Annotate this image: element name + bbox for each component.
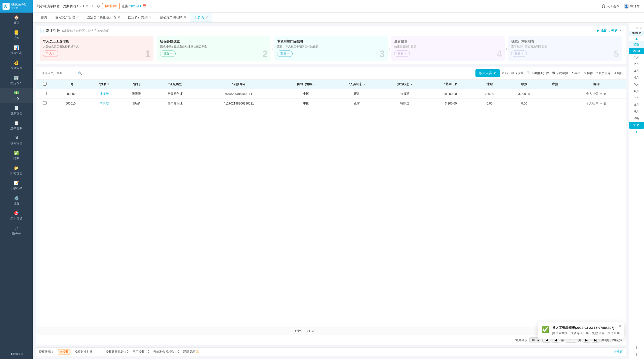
sidebar-item-ledger[interactable]: 📒 总账 [0, 28, 33, 43]
month-4[interactable]: 4月 [629, 74, 644, 81]
expense-icon: 📝 [14, 181, 19, 185]
version-switch-btn[interactable]: 切到旧版 [102, 3, 120, 9]
period-display: 账期 2023-11 📅 [122, 4, 146, 9]
sidebar-item-settings[interactable]: ⚙️ 设置 [0, 193, 33, 208]
month-10[interactable]: 10月 [629, 115, 644, 122]
sidebar-item-guide[interactable]: 🎯 新手引导 [0, 208, 33, 223]
month-12[interactable]: 12月 [629, 41, 644, 48]
toolbar-actions: ⚙ 统一社保设置 📄 专项附加扣除 🏛 个税申报 ↗ [502, 71, 623, 75]
guide-step-5: 税款计算明细表 查看税款计算过程及明细数据 查看＞ 5 [508, 36, 622, 61]
sidebar-item-tax[interactable]: 🏛 税务管理 [0, 133, 33, 148]
row-checkbox-1[interactable] [43, 92, 47, 95]
panel-close-btn[interactable]: ✕ [635, 26, 638, 30]
panel-icon-1[interactable]: ⬆ [635, 345, 638, 350]
row-1-edit-btn[interactable]: ✏ [600, 92, 602, 96]
row-1-delete-btn[interactable]: 🗑 [604, 92, 607, 96]
guide-step-1-btn[interactable]: 导入＞ [43, 50, 58, 57]
close-guide-btn[interactable]: ✕ [619, 29, 622, 33]
row-1-checkbox[interactable] [36, 89, 54, 99]
year-down-btn[interactable]: ▼ [629, 129, 644, 134]
member-icon: ⬡ [15, 226, 18, 231]
row-2-status: 正常 [333, 99, 382, 108]
tab-close-detail[interactable]: ✕ [184, 16, 186, 19]
cancel-fixed-btn[interactable]: ◀取消固定 [2, 351, 31, 357]
month-7[interactable]: 7月 [629, 95, 644, 101]
row-2-delete-btn[interactable]: 🗑 [604, 102, 607, 105]
month-8[interactable]: 8月 [629, 101, 644, 108]
tax-report-btn[interactable]: 🏛 个税申报 [552, 71, 568, 75]
dropdown-icon[interactable]: ▼ [85, 4, 89, 8]
tab-fixed-assets[interactable]: 固定资产管理 ✕ [51, 13, 83, 22]
panel-year: 2023.11 [629, 31, 644, 36]
toast-title: 导入工资表模板(2023-03-23 15:07:59.897) [552, 326, 620, 330]
sidebar-item-expense[interactable]: 📝 小畅报销 [0, 178, 33, 193]
sidebar-item-sales[interactable]: 📋 进销台账 [0, 118, 33, 133]
tab-home[interactable]: 首页 [37, 13, 51, 22]
tab-close-fixed-assets[interactable]: ✕ [76, 16, 79, 19]
sidebar-item-funds[interactable]: 💰 资金管理 [0, 58, 33, 73]
tab-close-salary[interactable]: ✕ [206, 16, 208, 19]
search-wrapper: 🔍 [39, 70, 84, 76]
sidebar-item-reports[interactable]: 📊 报表中心 [0, 43, 33, 58]
closing-icon: ✅ [14, 150, 19, 155]
header-checkbox[interactable] [36, 80, 54, 89]
panel-expand-btn[interactable]: ⤢ [639, 26, 642, 30]
settings-btn[interactable]: ⚙ [97, 4, 100, 9]
guide-step-2: 社保参数设置 完成社保参数设置自动计算社保公积金 设置＞ 2 [157, 36, 271, 61]
row-1-name[interactable]: 徐泽华 [87, 89, 121, 99]
sidebar-item-home[interactable]: 🏠 首页 [0, 13, 33, 28]
sidebar-item-archive[interactable]: 📁 归档管理 [0, 163, 33, 178]
operation-btn[interactable]: ⚙ 操作 [583, 71, 593, 75]
sidebar-item-invoices[interactable]: 🧾 发票管理 [0, 103, 33, 118]
tab-salary-table[interactable]: 工资表 ✕ [190, 13, 212, 22]
search-input[interactable] [39, 70, 84, 76]
sidebar-item-member[interactable]: ⬡ 畅会员 [0, 223, 33, 238]
guide-step-4-btn[interactable]: 查看＞ [394, 50, 410, 57]
new-guide-btn[interactable]: ? 新手引导 [596, 71, 611, 75]
row-checkbox-2[interactable] [43, 101, 47, 105]
tab-close-categories[interactable]: ✕ [149, 16, 151, 19]
select-all-checkbox[interactable] [43, 82, 47, 86]
row-1-social-btn[interactable]: 个人社保 [586, 92, 598, 96]
panel-icon-2[interactable]: ⬇ [635, 352, 638, 357]
export-btn[interactable]: ↗ 导出 [571, 71, 580, 75]
month-6[interactable]: 6月 [629, 88, 644, 95]
add-person-btn[interactable]: 添加人员 ▼ [475, 69, 500, 77]
funds-icon: 💰 [14, 60, 19, 65]
guide-step-5-btn[interactable]: 查看＞ [511, 50, 527, 57]
tab-depreciation[interactable]: 固定资产折旧统计表 ✕ [83, 13, 124, 22]
tab-close-depreciation[interactable]: ✕ [118, 16, 120, 19]
sidebar-item-assets[interactable]: 🏢 固定资产 [0, 73, 33, 88]
row-2-social-btn[interactable]: 个人社保 [586, 101, 598, 106]
social-insurance-btn[interactable]: ⚙ 统一社保设置 [502, 71, 524, 75]
year-up-btn[interactable]: ▲ [629, 36, 644, 41]
year-2023-label[interactable]: 2023 [629, 48, 644, 54]
sidebar-item-closing[interactable]: ✅ 结账 [0, 148, 33, 163]
row-2-subsidy: 0.00 [474, 99, 505, 108]
month-3[interactable]: 3月 [629, 68, 644, 74]
go-auth-btn[interactable]: 去充值 [614, 350, 623, 354]
video-link[interactable]: ▶ 视频 [597, 29, 607, 33]
calendar-icon[interactable]: 📅 [142, 4, 146, 8]
guide-step-2-btn[interactable]: 设置＞ [160, 50, 176, 57]
toast-close-btn[interactable]: ✕ [618, 324, 621, 328]
add-account-btn[interactable]: ＋ [91, 4, 95, 9]
sidebar-bottom: ◀取消固定 [0, 349, 33, 359]
month-1[interactable]: 1月 [629, 54, 644, 61]
tab-detail[interactable]: 固定资产明细账 ✕ [155, 13, 190, 22]
row-2-name[interactable]: 李俊杰 [87, 99, 121, 108]
refresh-btn[interactable]: ↺ 刷新 [614, 71, 623, 75]
table-row: 000002 徐泽华 嗯嗯嗯 居民身份证 360782200104131111 … [36, 89, 626, 99]
sidebar-item-salary[interactable]: 💵 工资 [0, 88, 33, 103]
guide-step-3-btn[interactable]: 查看＞ [277, 50, 293, 57]
month-9[interactable]: 9月 [629, 108, 644, 115]
help-link[interactable]: ? 帮助 [609, 29, 617, 33]
row-2-edit-btn[interactable]: ✏ [600, 102, 602, 105]
help-btn[interactable]: 🎧 人工咨询 [601, 4, 620, 9]
month-2[interactable]: 2月 [629, 61, 644, 68]
row-2-checkbox[interactable] [36, 99, 54, 108]
month-5[interactable]: 5月 [629, 81, 644, 88]
deduction-btn[interactable]: 📄 专项附加扣除 [527, 71, 549, 75]
month-11[interactable]: 11月 [629, 122, 644, 129]
tab-categories[interactable]: 固定资产类别 ✕ [124, 13, 155, 22]
